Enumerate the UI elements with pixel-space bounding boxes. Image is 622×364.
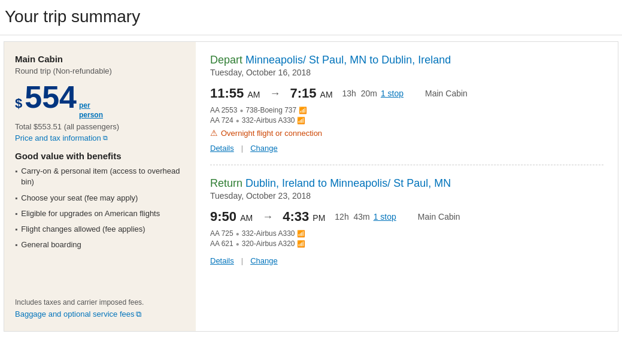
- aircraft-type: 738-Boeing 737: [245, 106, 296, 114]
- arrow-icon: →: [269, 87, 280, 100]
- dot-separator: ●: [236, 241, 239, 247]
- return-route: Dublin, Ireland to Minneapolis/ St Paul,…: [245, 177, 451, 189]
- return-segment-2-info: AA 621 ● 320-Airbus A320 📶: [210, 239, 603, 248]
- dot-separator: ●: [236, 230, 239, 237]
- bottom-notes: Includes taxes and carrier imposed fees.…: [15, 262, 185, 319]
- aircraft-type: 320-Airbus A320: [242, 239, 295, 248]
- duration: 13h 20m: [342, 89, 377, 98]
- return-details-link[interactable]: Details: [210, 256, 234, 265]
- baggage-link[interactable]: Baggage and optional service fees ⧉: [15, 310, 141, 319]
- benefit-item: Choose your seat (fee may apply): [15, 193, 185, 204]
- return-duration: 12h 43m: [335, 212, 369, 222]
- flight-number: AA 621: [210, 239, 233, 248]
- price-amount: 554: [25, 81, 77, 113]
- cabin-label: Main Cabin: [15, 54, 185, 64]
- depart-change-link[interactable]: Change: [250, 144, 278, 153]
- duration-stops: 13h 20m 1 stop: [342, 89, 404, 98]
- flight-number: AA 724: [210, 116, 233, 125]
- dot-separator: ●: [239, 107, 243, 114]
- depart-flight-section: Depart Minneapolis/ St Paul, MN to Dubli…: [210, 54, 603, 165]
- price-row: $ 554 perperson: [15, 81, 185, 120]
- depart-action-links: Details | Change: [210, 144, 603, 153]
- benefit-item: Carry-on & personal item (access to over…: [15, 166, 185, 187]
- depart-date: Tuesday, October 16, 2018: [210, 68, 603, 77]
- return-title: Return Dublin, Ireland to Minneapolis/ S…: [210, 177, 603, 190]
- return-time-row: 9:50 AM → 4:33 PM 12h 43m 1 stop Main Ca…: [210, 209, 603, 225]
- benefit-item: Eligible for upgrades on American flight…: [15, 208, 185, 219]
- stops-link[interactable]: 1 stop: [381, 89, 403, 98]
- external-link-icon: ⧉: [136, 310, 141, 319]
- warning-icon: ⚠: [210, 128, 218, 138]
- main-container: Main Cabin Round trip (Non-refundable) $…: [4, 41, 618, 332]
- return-flight-section: Return Dublin, Ireland to Minneapolis/ S…: [210, 177, 603, 277]
- flight-number: AA 725: [210, 229, 233, 238]
- return-arrive-time: 4:33 PM: [283, 209, 325, 225]
- left-panel: Main Cabin Round trip (Non-refundable) $…: [4, 42, 196, 331]
- wifi-icon: 📶: [297, 240, 305, 248]
- external-link-icon: ⧉: [103, 134, 108, 142]
- overnight-text: Overnight flight or connection: [221, 129, 322, 138]
- link-separator: |: [241, 144, 243, 153]
- benefits-list: Carry-on & personal item (access to over…: [15, 166, 185, 250]
- depart-word: Depart: [210, 54, 242, 66]
- includes-note: Includes taxes and carrier imposed fees.: [15, 298, 185, 307]
- return-word: Return: [210, 177, 242, 189]
- return-segment-1-info: AA 725 ● 332-Airbus A330 📶: [210, 229, 603, 238]
- link-separator: |: [241, 256, 243, 265]
- benefit-item: Flight changes allowed (fee applies): [15, 224, 185, 235]
- flight-number: AA 2553: [210, 106, 237, 114]
- depart-time-row: 11:55 AM → 7:15 AM 13h 20m 1 stop Main C…: [210, 86, 603, 101]
- right-panel: Depart Minneapolis/ St Paul, MN to Dubli…: [196, 42, 618, 331]
- return-depart-time: 9:50 AM: [210, 209, 253, 225]
- wifi-icon: 📶: [297, 230, 305, 238]
- depart-details-link[interactable]: Details: [210, 144, 234, 153]
- segment-1-info: AA 2553 ● 738-Boeing 737 📶: [210, 106, 603, 114]
- depart-title: Depart Minneapolis/ St Paul, MN to Dubli…: [210, 54, 603, 66]
- return-change-link[interactable]: Change: [250, 256, 278, 265]
- trip-type: Round trip (Non-refundable): [15, 66, 185, 75]
- segment-2-info: AA 724 ● 332-Airbus A330 📶: [210, 116, 603, 125]
- arrive-time: 7:15 AM: [290, 86, 332, 101]
- return-action-links: Details | Change: [210, 256, 603, 265]
- wifi-icon: 📶: [297, 117, 305, 125]
- depart-time: 11:55 AM: [210, 86, 260, 101]
- aircraft-type: 332-Airbus A330: [242, 116, 295, 125]
- page-title: Your trip summary: [0, 0, 622, 35]
- return-duration-stops: 12h 43m 1 stop: [335, 212, 396, 222]
- benefit-item: General boarding: [15, 239, 185, 250]
- per-person-label: perperson: [79, 101, 103, 120]
- return-stops-link[interactable]: 1 stop: [374, 212, 396, 222]
- return-date: Tuesday, October 23, 2018: [210, 191, 603, 201]
- cabin-type: Main Cabin: [425, 89, 468, 98]
- total-price: Total $553.51 (all passengers): [15, 122, 185, 131]
- dollar-sign: $: [15, 96, 22, 111]
- aircraft-type: 332-Airbus A330: [242, 229, 295, 238]
- price-tax-link[interactable]: Price and tax information ⧉: [15, 134, 108, 142]
- overnight-warning: ⚠ Overnight flight or connection: [210, 128, 603, 138]
- dot-separator: ●: [236, 117, 239, 124]
- good-value-title: Good value with benefits: [15, 151, 185, 161]
- depart-route: Minneapolis/ St Paul, MN to Dublin, Irel…: [245, 54, 451, 66]
- return-cabin-type: Main Cabin: [418, 212, 460, 222]
- arrow-icon: →: [262, 211, 273, 223]
- wifi-icon: 📶: [299, 107, 307, 114]
